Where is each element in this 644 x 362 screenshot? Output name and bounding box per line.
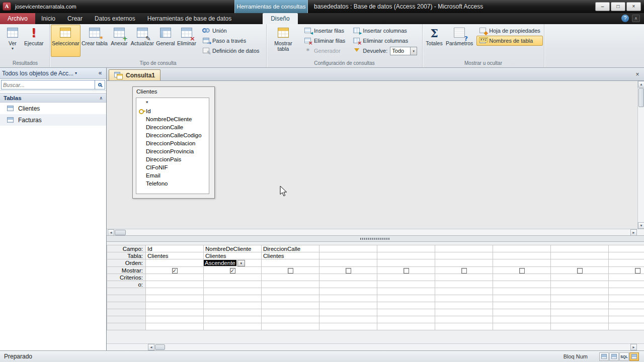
grid-cell[interactable]	[551, 302, 609, 309]
grid-cell[interactable]	[146, 295, 204, 302]
mostrar-checkbox[interactable]: ✓	[230, 268, 235, 274]
grid-cell[interactable]	[319, 316, 377, 323]
grid-cell[interactable]	[609, 288, 644, 295]
anexar-button[interactable]: +Anexar	[109, 25, 130, 57]
grid-cell[interactable]	[146, 288, 204, 295]
actualizar-button[interactable]: ✎Actualizar	[130, 25, 155, 57]
grid-cell[interactable]	[262, 274, 319, 281]
query-design-surface[interactable]: Clientes *IdNombreDeClienteDireccionCall…	[107, 81, 644, 229]
grid-cell[interactable]	[609, 252, 644, 259]
grid-cell[interactable]	[493, 281, 551, 288]
document-close-icon[interactable]: ×	[634, 71, 641, 78]
tab-herramientas-de-base-de-datos[interactable]: Herramientas de base de datos	[141, 13, 237, 24]
insertar-columnas-button[interactable]: ▸Insertar columnas	[350, 26, 420, 36]
grid-cell[interactable]	[319, 274, 377, 281]
grid-cell[interactable]	[435, 288, 493, 295]
grid-cell[interactable]	[435, 259, 493, 267]
tab-inicio[interactable]: Inicio	[35, 13, 61, 24]
grid-cell[interactable]	[262, 323, 319, 330]
grid-cell[interactable]	[319, 302, 377, 309]
grid-cell[interactable]	[262, 295, 319, 302]
mostrar-checkbox[interactable]	[519, 268, 525, 274]
grid-cell[interactable]	[262, 267, 319, 274]
grid-cell[interactable]	[551, 252, 609, 259]
grid-cell[interactable]	[551, 274, 609, 281]
ver-button[interactable]: Ver▾	[2, 25, 23, 57]
grid-cell[interactable]	[377, 252, 435, 259]
grid-cell[interactable]	[493, 288, 551, 295]
grid-cell[interactable]	[551, 309, 609, 316]
grid-cell[interactable]	[262, 309, 319, 316]
eliminar-columnas-button[interactable]: ×Eliminar columnas	[350, 36, 420, 46]
grid-cell[interactable]	[204, 274, 262, 281]
grid-cell[interactable]	[609, 295, 644, 302]
grid-cell[interactable]	[609, 302, 644, 309]
grid-cell[interactable]	[493, 309, 551, 316]
devuelve-button[interactable]: Devuelve:Todo▾	[350, 46, 420, 56]
search-button[interactable]	[95, 80, 105, 89]
grid-cell[interactable]	[435, 302, 493, 309]
grid-cell[interactable]	[204, 309, 262, 316]
definicion-de-datos-button[interactable]: ✎Definición de datos	[200, 46, 262, 56]
shutter-bar-close-icon[interactable]: «	[96, 69, 104, 77]
grid-cell[interactable]: NombreDeCliente	[204, 245, 262, 252]
mostrar-checkbox[interactable]	[635, 268, 640, 274]
grid-cell[interactable]	[377, 267, 435, 274]
tab-crear[interactable]: Crear	[61, 13, 89, 24]
grid-cell[interactable]: Ascendente▾	[204, 259, 262, 267]
sidebar-section-tablas[interactable]: Tablas ∧	[0, 93, 106, 103]
grid-cell[interactable]	[551, 288, 609, 295]
grid-cell[interactable]	[609, 245, 644, 252]
help-icon[interactable]: ?	[621, 15, 629, 22]
collapse-ribbon-icon[interactable]: ∧	[632, 15, 640, 22]
field-list-item[interactable]: DireccionProvincia	[136, 147, 209, 155]
sql-view-button[interactable]: SQL	[619, 352, 629, 361]
scroll-up-icon[interactable]: ▲	[638, 81, 644, 87]
scrollbar-thumb[interactable]	[115, 230, 126, 235]
grid-cell[interactable]	[493, 302, 551, 309]
scrollbar-thumb[interactable]	[155, 344, 165, 350]
grid-cell[interactable]	[146, 259, 204, 267]
union-button[interactable]: Unión	[200, 26, 262, 36]
grid-cell[interactable]	[493, 316, 551, 323]
grid-cell[interactable]	[435, 274, 493, 281]
grid-cell[interactable]	[319, 267, 377, 274]
grid-cell[interactable]	[551, 245, 609, 252]
field-list-item[interactable]: DireccionCalle	[136, 123, 209, 131]
minimize-button[interactable]: –	[595, 2, 610, 11]
field-list-item[interactable]: DireccionPoblacion	[136, 139, 209, 147]
grid-cell[interactable]	[319, 295, 377, 302]
mostrar-checkbox[interactable]	[346, 268, 351, 274]
grid-cell[interactable]	[435, 309, 493, 316]
grid-cell[interactable]: Id	[146, 245, 204, 252]
grid-cell[interactable]	[377, 245, 435, 252]
grid-cell[interactable]	[377, 274, 435, 281]
field-list-item[interactable]: DireccionCalleCodigo	[136, 131, 209, 139]
grid-cell[interactable]	[435, 323, 493, 330]
grid-cell[interactable]: Clientes	[146, 252, 204, 259]
grid-cell[interactable]	[146, 309, 204, 316]
chevron-up-icon[interactable]: ∧	[99, 96, 103, 101]
grid-cell[interactable]	[377, 295, 435, 302]
insertar-filas-button[interactable]: ◂Insertar filas	[301, 26, 348, 36]
field-list-item[interactable]: Telefono	[136, 179, 209, 188]
grid-cell[interactable]	[609, 267, 644, 274]
orden-value[interactable]: Ascendente	[204, 260, 236, 266]
grid-cell[interactable]	[609, 309, 644, 316]
design-horizontal-scrollbar[interactable]: ◄ ►	[107, 229, 644, 235]
splitter-grip[interactable]	[360, 238, 390, 240]
crear-tabla-button[interactable]: *Crear tabla	[80, 25, 109, 57]
field-list-title[interactable]: Clientes	[133, 87, 214, 96]
navigation-pane-header[interactable]: Todos los objetos de Acc... ▾ «	[0, 68, 106, 79]
grid-cell[interactable]	[551, 267, 609, 274]
grid-cell[interactable]	[609, 259, 644, 267]
grid-cell[interactable]	[319, 259, 377, 267]
grid-cell[interactable]	[377, 302, 435, 309]
tab-consulta1[interactable]: Consulta1	[109, 69, 160, 80]
eliminar-button[interactable]: ×Eliminar	[176, 25, 197, 57]
field-list-item[interactable]: CIFoNIF	[136, 163, 209, 171]
tab-datos-externos[interactable]: Datos externos	[89, 13, 141, 24]
pivottable-view-button[interactable]	[609, 352, 619, 361]
grid-cell[interactable]	[262, 302, 319, 309]
grid-cell[interactable]	[609, 323, 644, 330]
